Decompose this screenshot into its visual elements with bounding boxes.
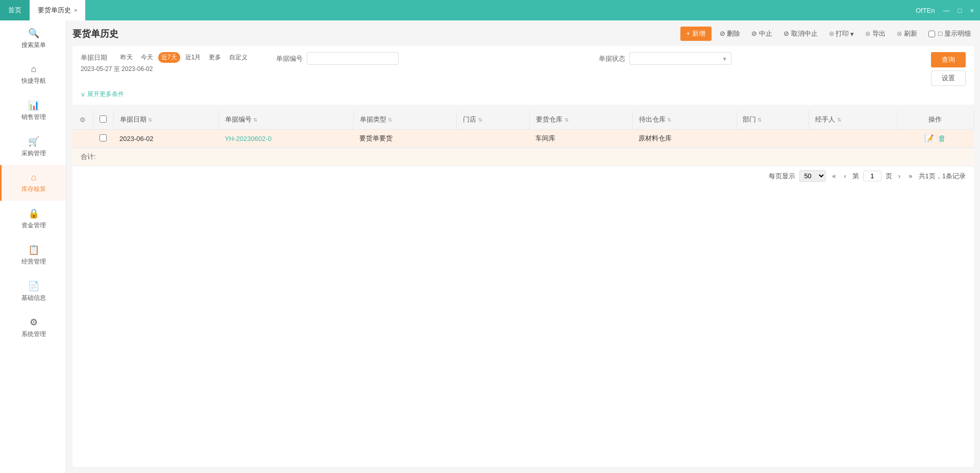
filter-row-top: 单据日期 昨天 今天 近7天 近1月 更多 自定义 [81, 52, 251, 63]
row-warehouse: 车间库 [529, 130, 632, 148]
delete-button[interactable]: ⊘ 删除 [717, 27, 744, 40]
minimize-btn[interactable]: — [943, 7, 950, 14]
sidebar-label-operation: 经营管理 [21, 257, 46, 266]
col-date: 单据日期 ⇅ [113, 110, 218, 130]
date-today[interactable]: 今天 [138, 52, 156, 63]
col-docno-label: 单据编号 [225, 115, 252, 123]
show-detail-button[interactable]: □ 显示明细 [925, 27, 974, 40]
table-row: 2023-06-02 YH-20230602-0 要货单要货 车间库 原材料仓库… [72, 130, 974, 148]
row-pending-warehouse: 原材料仓库 [632, 130, 736, 148]
sidebar-label-quick-nav: 快捷导航 [21, 77, 46, 85]
setting-button[interactable]: 设置 [931, 70, 966, 86]
toolbar: + 新增 ⊘ 删除 ⊘ 中止 ⊘ 取消中止 ⊙ 打印 ▾ ⊙ 导出 ⊙ 刷新 □… [680, 27, 974, 41]
date-filter-label: 单据日期 [81, 53, 107, 62]
row-checkbox[interactable] [100, 134, 107, 141]
sales-icon: 📊 [28, 100, 39, 111]
sidebar-label-inventory: 库存核算 [21, 185, 46, 194]
status-select[interactable] [629, 52, 731, 65]
sidebar: 🔍 搜索菜单 ⌂ 快捷导航 📊 销售管理 🛒 采购管理 ⌂ 库存核算 🔒 资金管… [0, 20, 66, 473]
sidebar-item-finance[interactable]: 🔒 资金管理 [0, 201, 66, 237]
row-docno: YH-20230602-0 [218, 130, 353, 148]
new-button[interactable]: + 新增 [680, 27, 712, 41]
date-range-display: 2023-05-27 至 2023-06-02 [81, 65, 251, 74]
operation-icon: 📋 [28, 244, 39, 255]
col-department: 部门 ⇅ [736, 110, 809, 130]
finance-icon: 🔒 [28, 208, 39, 219]
sort-dept-icon[interactable]: ⇅ [757, 117, 762, 123]
show-detail-checkbox[interactable] [928, 31, 935, 37]
per-page-select[interactable]: 50 10 20 100 [799, 170, 826, 182]
col-handler: 经手人 ⇅ [809, 110, 897, 130]
sidebar-label-finance: 资金管理 [21, 221, 46, 230]
sort-store-icon[interactable]: ⇅ [478, 117, 482, 123]
row-edit-icon[interactable]: 📝 [924, 134, 934, 143]
top-bar-right: OfTEn — □ × [916, 7, 980, 14]
table-container: ⚙ 单据日期 ⇅ 单据编号 ⇅ [72, 110, 974, 467]
table-settings-icon[interactable]: ⚙ [80, 116, 86, 124]
sort-warehouse-icon[interactable]: ⇅ [565, 117, 569, 123]
sort-doctype-icon[interactable]: ⇅ [388, 117, 392, 123]
sidebar-item-sales[interactable]: 📊 销售管理 [0, 92, 66, 129]
sort-docno-icon[interactable]: ⇅ [253, 117, 257, 123]
tab-active[interactable]: 要货单历史 × [30, 0, 85, 20]
sidebar-item-base-info[interactable]: 📄 基础信息 [0, 273, 66, 310]
docno-link[interactable]: YH-20230602-0 [225, 135, 272, 143]
cancel-stop-button[interactable]: ⊘ 取消中止 [780, 27, 821, 40]
export-button[interactable]: ⊙ 导出 [862, 27, 889, 40]
purchase-icon: 🛒 [28, 136, 39, 147]
col-pending-label: 待出仓库 [639, 115, 666, 123]
row-delete-icon[interactable]: 🗑 [938, 134, 946, 143]
sidebar-item-inventory[interactable]: ⌂ 库存核算 [0, 165, 66, 201]
date-7days[interactable]: 近7天 [158, 52, 180, 63]
sidebar-item-operation[interactable]: 📋 经营管理 [0, 237, 66, 273]
sidebar-item-purchase[interactable]: 🛒 采购管理 [0, 129, 66, 165]
sidebar-label-purchase: 采购管理 [21, 149, 46, 158]
filter-docno-group: 单据编号 [276, 52, 399, 65]
col-settings[interactable]: ⚙ [72, 110, 93, 130]
tab-home[interactable]: 首页 [0, 0, 30, 20]
window-close-btn[interactable]: × [970, 7, 974, 14]
print-button[interactable]: ⊙ 打印 ▾ [826, 27, 857, 40]
close-tab-icon[interactable]: × [74, 7, 77, 13]
date-yesterday[interactable]: 昨天 [117, 52, 136, 63]
sort-handler-icon[interactable]: ⇅ [837, 117, 841, 123]
docno-input[interactable] [307, 52, 399, 65]
row-handler [809, 130, 897, 148]
expand-arrow-icon: ∨ [81, 91, 85, 98]
sort-pending-icon[interactable]: ⇅ [667, 117, 671, 123]
system-icon: ⚙ [30, 317, 38, 328]
pagination-bar: 每页显示 50 10 20 100 « ‹ 第 页 › » 共1页，1条记录 [72, 165, 974, 186]
refresh-button[interactable]: ⊙ 刷新 [894, 27, 920, 40]
query-button[interactable]: 查询 [931, 52, 966, 67]
sort-date-icon[interactable]: ⇅ [148, 117, 152, 123]
quick-nav-icon: ⌂ [31, 64, 37, 75]
print-label: ⊙ 打印 [829, 29, 849, 38]
row-checkbox-cell [93, 130, 113, 148]
prev-page-btn[interactable]: ‹ [842, 171, 848, 181]
content-area: 要货单历史 + 新增 ⊘ 删除 ⊘ 中止 ⊘ 取消中止 ⊙ 打印 ▾ ⊙ 导出 … [66, 20, 980, 473]
next-page-btn[interactable]: › [896, 171, 902, 181]
select-all-checkbox[interactable] [100, 115, 107, 123]
sidebar-item-search-menu[interactable]: 🔍 搜索菜单 [0, 20, 66, 57]
expand-more-btn[interactable]: ∨ 展开更多条件 [81, 90, 966, 99]
sidebar-item-system[interactable]: ⚙ 系统管理 [0, 310, 66, 346]
table-header-row: ⚙ 单据日期 ⇅ 单据编号 ⇅ [72, 110, 974, 130]
show-detail-label: □ 显示明细 [939, 29, 971, 38]
row-store [457, 130, 530, 148]
last-page-btn[interactable]: » [906, 171, 914, 181]
inventory-icon: ⌂ [31, 172, 37, 183]
page-input[interactable] [863, 171, 881, 181]
date-1month[interactable]: 近1月 [182, 52, 204, 63]
sidebar-item-quick-nav[interactable]: ⌂ 快捷导航 [0, 57, 66, 92]
col-handler-label: 经手人 [815, 115, 835, 123]
col-doctype-label: 单据类型 [360, 115, 386, 123]
often-label: OfTEn [916, 7, 935, 14]
total-label: 合计: [81, 153, 96, 160]
date-more[interactable]: 更多 [206, 52, 224, 63]
stop-button[interactable]: ⊘ 中止 [748, 27, 775, 40]
first-page-btn[interactable]: « [830, 171, 838, 181]
col-doctype: 单据类型 ⇅ [353, 110, 457, 130]
maximize-btn[interactable]: □ [958, 7, 962, 14]
search-menu-icon: 🔍 [28, 28, 39, 39]
date-custom[interactable]: 自定义 [226, 52, 251, 63]
